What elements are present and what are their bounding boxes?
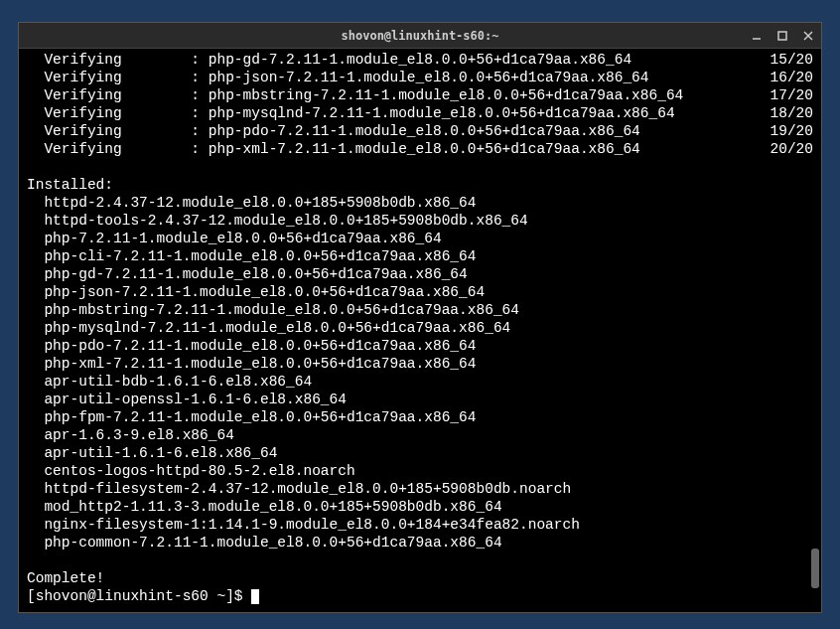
installed-package: php-7.2.11-1.module_el8.0.0+56+d1ca79aa.… [27, 230, 813, 247]
verify-count: 15/20 [631, 51, 813, 69]
complete-line: Complete! [27, 569, 813, 587]
installed-package: httpd-tools-2.4.37-12.module_el8.0.0+185… [27, 212, 813, 230]
maximize-button[interactable] [773, 27, 791, 45]
verify-line: Verifying : php-gd-7.2.11-1.module_el8.0… [27, 51, 813, 69]
installed-package: php-common-7.2.11-1.module_el8.0.0+56+d1… [27, 534, 813, 551]
verify-line: Verifying : php-mysqlnd-7.2.11-1.module_… [27, 104, 813, 122]
cursor [251, 589, 259, 604]
verify-package: php-json-7.2.11-1.module_el8.0.0+56+d1ca… [209, 69, 649, 86]
installed-package: php-gd-7.2.11-1.module_el8.0.0+56+d1ca79… [27, 265, 813, 283]
verify-count: 20/20 [640, 140, 813, 158]
verify-package: php-pdo-7.2.11-1.module_el8.0.0+56+d1ca7… [209, 122, 640, 140]
verify-line: Verifying : php-xml-7.2.11-1.module_el8.… [27, 140, 813, 158]
verify-label: Verifying : [27, 104, 209, 122]
terminal-window: shovon@linuxhint-s60:~ Verifying : php-g… [18, 22, 822, 613]
verify-package: php-xml-7.2.11-1.module_el8.0.0+56+d1ca7… [209, 140, 640, 158]
installed-package: httpd-filesystem-2.4.37-12.module_el8.0.… [27, 480, 813, 498]
installed-package: php-xml-7.2.11-1.module_el8.0.0+56+d1ca7… [27, 355, 813, 373]
verify-line: Verifying : php-pdo-7.2.11-1.module_el8.… [27, 122, 813, 140]
verify-line: Verifying : php-json-7.2.11-1.module_el8… [27, 69, 813, 86]
installed-package: centos-logos-httpd-80.5-2.el8.noarch [27, 462, 813, 480]
verify-package: php-mysqlnd-7.2.11-1.module_el8.0.0+56+d… [209, 104, 675, 122]
installed-package: apr-util-bdb-1.6.1-6.el8.x86_64 [27, 373, 813, 391]
verify-package: php-mbstring-7.2.11-1.module_el8.0.0+56+… [209, 86, 684, 104]
installed-package: php-json-7.2.11-1.module_el8.0.0+56+d1ca… [27, 283, 813, 301]
prompt-line: [shovon@linuxhint-s60 ~]$ [27, 587, 813, 605]
titlebar: shovon@linuxhint-s60:~ [19, 23, 821, 49]
verify-line: Verifying : php-mbstring-7.2.11-1.module… [27, 86, 813, 104]
blank-line [27, 551, 813, 569]
verify-count: 19/20 [640, 122, 813, 140]
scrollbar[interactable] [811, 549, 819, 588]
verify-label: Verifying : [27, 86, 209, 104]
installed-header: Installed: [27, 176, 813, 194]
minimize-button[interactable] [748, 27, 766, 45]
window-controls [748, 27, 817, 45]
close-button[interactable] [799, 27, 817, 45]
installed-package: apr-1.6.3-9.el8.x86_64 [27, 426, 813, 444]
installed-package: apr-util-openssl-1.6.1-6.el8.x86_64 [27, 391, 813, 408]
installed-package: php-fpm-7.2.11-1.module_el8.0.0+56+d1ca7… [27, 408, 813, 426]
installed-package: httpd-2.4.37-12.module_el8.0.0+185+5908b… [27, 194, 813, 212]
installed-package: php-mbstring-7.2.11-1.module_el8.0.0+56+… [27, 301, 813, 319]
installed-package: php-mysqlnd-7.2.11-1.module_el8.0.0+56+d… [27, 319, 813, 337]
verify-label: Verifying : [27, 140, 209, 158]
verify-label: Verifying : [27, 51, 209, 69]
verify-label: Verifying : [27, 122, 209, 140]
verify-label: Verifying : [27, 69, 209, 86]
installed-package: mod_http2-1.11.3-3.module_el8.0.0+185+59… [27, 498, 813, 516]
installed-package: apr-util-1.6.1-6.el8.x86_64 [27, 444, 813, 462]
terminal-content[interactable]: Verifying : php-gd-7.2.11-1.module_el8.0… [19, 49, 821, 612]
blank-line [27, 158, 813, 176]
installed-package: php-pdo-7.2.11-1.module_el8.0.0+56+d1ca7… [27, 337, 813, 355]
installed-package: nginx-filesystem-1:1.14.1-9.module_el8.0… [27, 516, 813, 534]
verify-count: 17/20 [683, 86, 813, 104]
verify-package: php-gd-7.2.11-1.module_el8.0.0+56+d1ca79… [209, 51, 631, 69]
window-title: shovon@linuxhint-s60:~ [342, 29, 499, 43]
svg-rect-1 [778, 32, 786, 40]
prompt: [shovon@linuxhint-s60 ~]$ [27, 588, 251, 604]
installed-package: php-cli-7.2.11-1.module_el8.0.0+56+d1ca7… [27, 247, 813, 265]
verify-count: 18/20 [675, 104, 813, 122]
verify-count: 16/20 [649, 69, 813, 86]
